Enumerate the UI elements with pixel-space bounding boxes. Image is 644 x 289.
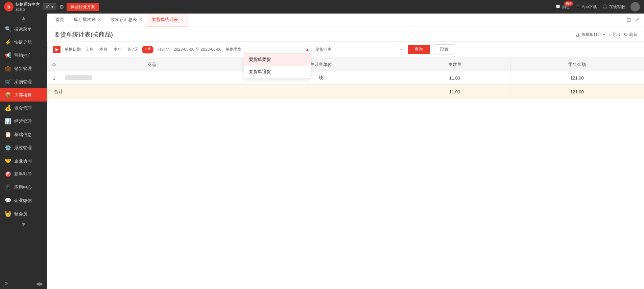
settings-icon[interactable]: ⚙ — [59, 4, 64, 10]
filter-bar: ▶ 单据日期 上月 本月 本年 近7天 更多 自定义 2023-05-06 至 … — [47, 41, 644, 58]
sales-icon: 💼 — [5, 65, 11, 72]
page-actions: 🖨 按模板打印 ▾ ↑ 导出 ↻ 刷新 — [575, 32, 637, 38]
footer-main-qty: 11.00 — [399, 85, 510, 99]
lightning-icon: ⚡ — [5, 39, 11, 45]
type-dropdown-container: ▲ 要货单要货 要货单退货 — [244, 46, 311, 53]
newbie-icon: 🎯 — [5, 171, 11, 177]
sidebar-item-marketing[interactable]: 📢 营销推广 — [0, 49, 47, 62]
sidebar-item-appstore[interactable]: 📱 应用中心 — [0, 181, 47, 194]
type-select: ▲ — [244, 46, 311, 53]
type-input[interactable] — [244, 46, 311, 53]
main-layout: ▲ 🔍 搜索菜单 ⚡ 快捷导航 📢 营销推广 💼 销售管理 🛒 采购管理 📦 库… — [0, 14, 644, 289]
last-7-days-btn[interactable]: 近7天 — [125, 46, 141, 53]
sidebar-settings-btn[interactable]: ⚙ — [4, 281, 8, 286]
sidebar-item-search[interactable]: 🔍 搜索菜单 — [0, 22, 47, 36]
bell-icon: 💬 — [555, 4, 560, 9]
headset-icon: 🎧 — [602, 4, 607, 9]
sidebar-item-system[interactable]: ⚙️ 系统管理 — [0, 141, 47, 154]
print-chevron-icon: ▾ — [603, 32, 605, 37]
avatar[interactable]: Rit — [630, 2, 640, 12]
basic-icon: 📋 — [5, 131, 11, 138]
purchase-icon: 🛒 — [5, 79, 11, 85]
sidebar: ▲ 🔍 搜索菜单 ⚡ 快捷导航 📢 营销推广 💼 销售管理 🛒 采购管理 📦 库… — [0, 14, 47, 289]
tab-receivable-summary-close[interactable]: ✕ — [139, 17, 142, 22]
tab-order-stats-close[interactable]: ✕ — [180, 17, 184, 22]
finance-icon: 💰 — [5, 105, 11, 111]
date-buttons: 上月 本月 本年 近7天 更多 自定义 — [83, 46, 172, 53]
table-container: ⚙ 商品 主计量单位 主数量 零售金额 1 — [47, 58, 644, 99]
table-footer-row: 合计 11.00 121.00 — [47, 85, 644, 99]
row-retail-amt: 121.00 — [510, 71, 644, 85]
type-filter-group: 单据类型 ▲ 要货单要货 — [225, 46, 311, 53]
messages-btn[interactable]: 💬 消息 99+ — [555, 4, 570, 10]
table-header-row: ⚙ 商品 主计量单位 主数量 零售金额 — [47, 58, 644, 71]
phone-icon: 📱 — [575, 4, 580, 9]
operation-icon: 📊 — [5, 118, 11, 125]
sidebar-scroll-up[interactable]: ▲ — [0, 14, 47, 22]
custom-date-btn[interactable]: 自定义 — [155, 46, 172, 53]
sidebar-item-newbie[interactable]: 🎯 新手引导 — [0, 168, 47, 181]
this-month-btn[interactable]: 本月 — [97, 46, 110, 53]
row-main-qty: 11.00 — [399, 71, 510, 85]
appstore-icon: 📱 — [5, 184, 11, 191]
refresh-icon: ↻ — [624, 32, 628, 37]
footer-label: 合计 — [47, 85, 399, 99]
dropdown-item-order-goods[interactable]: 要货单要货 — [244, 53, 311, 66]
sidebar-item-enterprise[interactable]: 🤝 企业协同 — [0, 154, 47, 168]
warehouse-input[interactable] — [334, 46, 397, 53]
page-title-bar: 要货单统计表(按商品) 🖨 按模板打印 ▾ ↑ 导出 ↻ — [47, 26, 644, 41]
online-service-btn[interactable]: 🎧 在线客服 — [602, 4, 625, 10]
inventory-icon: 📦 — [5, 92, 11, 98]
sidebar-item-finance[interactable]: 💰 资金管理 — [0, 102, 47, 115]
refresh-btn[interactable]: ↻ 刷新 — [624, 32, 637, 38]
footer-retail-amt: 121.00 — [510, 85, 644, 99]
sidebar-item-wechat[interactable]: 💬 企业微信 — [0, 194, 47, 207]
warehouse-more-icon[interactable]: ··· — [399, 46, 404, 52]
sidebar-item-vip[interactable]: 👑 畅会员 — [0, 207, 47, 220]
row-product — [61, 71, 243, 85]
sidebar-item-basic[interactable]: 📋 基础信息 — [0, 128, 47, 141]
sidebar-bottom: ⚙ ◀▶ — [0, 278, 47, 289]
tab-receivable-summary[interactable]: 收发存汇总表 ✕ — [106, 14, 147, 26]
logo-area: b 畅捷通好生意 标准版 — [4, 2, 40, 12]
tab-home[interactable]: 首页 — [51, 14, 69, 26]
store-selector[interactable]: 41 ▾ — [43, 3, 56, 10]
setting-button[interactable]: 设置 — [434, 44, 454, 54]
last-month-btn[interactable]: 上月 — [83, 46, 96, 53]
trial-button[interactable]: 体验行业方案 — [67, 3, 99, 11]
dropdown-item-order-return[interactable]: 要货单退货 — [244, 66, 311, 78]
type-label: 单据类型 — [225, 47, 242, 52]
more-dates-btn[interactable]: 更多 — [142, 46, 153, 53]
system-icon: ⚙️ — [5, 144, 11, 151]
sidebar-item-purchase[interactable]: 🛒 采购管理 — [0, 75, 47, 88]
content-area: 首页 库存批次账 ✕ 收发存汇总表 ✕ 要货单统计表 ✕ ⊡ ⤢ — [47, 14, 644, 289]
sidebar-item-quick-nav[interactable]: ⚡ 快捷导航 — [0, 36, 47, 49]
sidebar-item-inventory[interactable]: 📦 库存核算 — [0, 88, 47, 102]
tab-batch-ledger[interactable]: 库存批次账 ✕ — [69, 14, 106, 26]
type-select-arrow-icon[interactable]: ▲ — [305, 47, 309, 52]
sidebar-item-sales[interactable]: 💼 销售管理 — [0, 62, 47, 75]
page-title: 要货单统计表(按商品) — [54, 30, 113, 39]
product-placeholder — [65, 75, 92, 80]
col-product: 商品 — [61, 58, 243, 71]
sidebar-item-operation[interactable]: 📊 经营管理 — [0, 115, 47, 128]
sidebar-collapse-btn[interactable]: ◀▶ — [36, 281, 43, 286]
col-gear[interactable]: ⚙ — [47, 58, 61, 71]
col-main-qty: 主数量 — [399, 58, 510, 71]
tab-expand-btn[interactable]: ⊡ — [625, 17, 632, 23]
data-table: ⚙ 商品 主计量单位 主数量 零售金额 1 — [47, 58, 644, 99]
tab-fullscreen-btn[interactable]: ⤢ — [634, 17, 641, 23]
print-template-btn[interactable]: 🖨 按模板打印 ▾ — [575, 32, 605, 38]
tab-order-stats[interactable]: 要货单统计表 ✕ — [147, 14, 188, 26]
this-year-btn[interactable]: 本年 — [111, 46, 124, 53]
vip-icon: 👑 — [5, 210, 11, 217]
app-download-btn[interactable]: 📱 App下载 — [575, 4, 597, 10]
sidebar-scroll-down[interactable]: ▼ — [0, 220, 47, 229]
export-btn[interactable]: ↑ 导出 — [609, 32, 620, 38]
page-content: 要货单统计表(按商品) 🖨 按模板打印 ▾ ↑ 导出 ↻ — [47, 26, 644, 289]
tab-batch-ledger-close[interactable]: ✕ — [98, 17, 101, 22]
query-button[interactable]: 查询 — [408, 45, 430, 54]
filter-expand-btn[interactable]: ▶ — [53, 46, 61, 53]
chevron-down-icon: ▾ — [51, 4, 53, 9]
date-range-display: 2023-05-06 至 2023-06-06 — [174, 47, 221, 52]
